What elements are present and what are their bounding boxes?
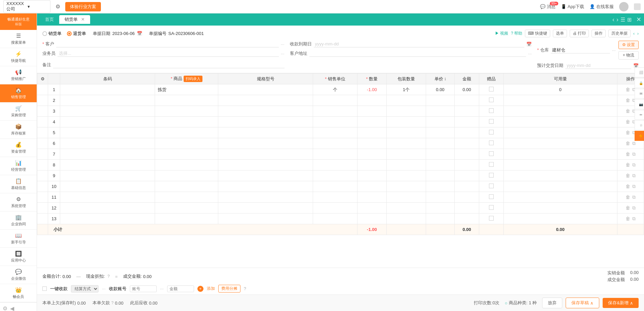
- barcode-input[interactable]: [63, 109, 152, 114]
- tab-prev-icon[interactable]: ‹: [612, 16, 614, 23]
- tab-list-icon[interactable]: ☰: [620, 16, 625, 23]
- barcode-input[interactable]: [63, 152, 152, 157]
- sidebar-item-marketing[interactable]: 📢 营销推广: [0, 66, 37, 84]
- settings-gear-button[interactable]: ⚙: [53, 2, 63, 11]
- sidebar-item-operations[interactable]: 📊 经营管理: [0, 157, 37, 175]
- copy-icon[interactable]: ⧉: [632, 141, 636, 146]
- gift-checkbox[interactable]: [489, 194, 494, 199]
- sidebar-item-app-center[interactable]: 🔲 应用中心: [0, 248, 37, 266]
- user-menu-icon[interactable]: [634, 3, 641, 10]
- spec-input[interactable]: [221, 217, 310, 221]
- barcode-input[interactable]: [63, 120, 152, 124]
- gift-checkbox[interactable]: [489, 87, 494, 91]
- row-barcode-cell[interactable]: [60, 181, 155, 192]
- sidebar-settings-icon[interactable]: ⚙: [3, 305, 7, 311]
- copy-icon[interactable]: ⧉: [632, 205, 636, 211]
- one-click-checkbox[interactable]: [42, 286, 47, 291]
- row-barcode-cell[interactable]: [60, 138, 155, 149]
- row-spec-cell[interactable]: [218, 160, 313, 170]
- gift-checkbox[interactable]: [489, 108, 494, 113]
- action-operation-button[interactable]: 操作: [592, 30, 606, 37]
- float-btn-4[interactable]: 📷: [635, 99, 644, 109]
- warehouse-more-icon[interactable]: ···: [612, 48, 616, 53]
- row-barcode-cell[interactable]: [60, 192, 155, 203]
- col-setting-icon[interactable]: ⚙: [41, 76, 45, 81]
- float-btn-5[interactable]: ✏: [635, 110, 644, 120]
- delete-icon[interactable]: 🗑: [626, 205, 630, 211]
- row-barcode-cell[interactable]: [60, 117, 155, 127]
- sidebar-item-wechat[interactable]: 💬 企业微信: [0, 266, 37, 284]
- delete-icon[interactable]: 🗑: [626, 216, 630, 222]
- copy-icon[interactable]: ⧉: [632, 151, 636, 157]
- spec-input[interactable]: [221, 120, 310, 124]
- save-draft-chevron-icon[interactable]: ∧: [590, 301, 594, 306]
- message-button[interactable]: 💬 消息 99+: [540, 4, 556, 10]
- action-help[interactable]: ? 帮助: [511, 31, 522, 36]
- row-gift-cell[interactable]: [479, 160, 503, 170]
- row-barcode-cell[interactable]: [60, 106, 155, 117]
- tab-close-icon[interactable]: ✕: [81, 17, 85, 22]
- radio-sales-bill[interactable]: 销货单: [42, 31, 62, 37]
- barcode-input[interactable]: [63, 206, 152, 210]
- row-gift-cell[interactable]: [479, 181, 503, 192]
- save-new-button[interactable]: 保存&新增 ∧: [603, 298, 639, 308]
- row-gift-cell[interactable]: [479, 117, 503, 127]
- discount-help-icon[interactable]: ?: [108, 274, 110, 279]
- float-btn-2[interactable]: 🔒: [635, 78, 644, 88]
- sidebar-item-newbie[interactable]: 📖 新手引导: [0, 230, 37, 248]
- date-calendar-icon[interactable]: 📅: [137, 31, 142, 36]
- app-download-button[interactable]: 📱 App下载: [561, 4, 584, 10]
- spec-input[interactable]: [221, 87, 310, 92]
- spec-input[interactable]: [221, 98, 310, 103]
- row-spec-cell[interactable]: [218, 149, 313, 160]
- sidebar-item-sales[interactable]: 🏠 销售管理: [0, 84, 37, 103]
- row-spec-cell[interactable]: [218, 192, 313, 203]
- float-btn-3[interactable]: ✉: [635, 89, 644, 99]
- barcode-input[interactable]: [63, 98, 152, 103]
- copy-icon[interactable]: ⧉: [632, 162, 636, 168]
- delete-icon[interactable]: 🗑: [626, 173, 630, 179]
- spec-input[interactable]: [221, 173, 310, 178]
- gift-checkbox[interactable]: [489, 151, 494, 156]
- sidebar-collapse-icon[interactable]: ◀: [10, 305, 14, 311]
- gift-checkbox[interactable]: [489, 173, 494, 178]
- delete-icon[interactable]: 🗑: [626, 184, 630, 189]
- customer-address-more-icon[interactable]: ···: [528, 51, 532, 56]
- spec-input[interactable]: [221, 141, 310, 146]
- abandon-button[interactable]: 放弃: [542, 298, 562, 308]
- settlement-more-icon[interactable]: ···: [102, 286, 106, 291]
- sidebar-item-enterprise[interactable]: 🏢 企业协同: [0, 211, 37, 230]
- sidebar-item-purchase[interactable]: 🛒 采购管理: [0, 103, 37, 121]
- row-gift-cell[interactable]: [479, 192, 503, 203]
- copy-icon[interactable]: ⧉: [632, 216, 636, 222]
- delete-icon[interactable]: 🗑: [626, 119, 630, 125]
- account-more-icon[interactable]: ···: [160, 286, 164, 291]
- row-gift-cell[interactable]: [479, 95, 503, 106]
- logistics-button[interactable]: + 物流: [618, 51, 639, 60]
- customer-address-input[interactable]: [309, 50, 526, 57]
- row-gift-cell[interactable]: [479, 170, 503, 181]
- tab-home[interactable]: 首页: [40, 15, 59, 24]
- barcode-input[interactable]: [63, 184, 152, 189]
- row-barcode-cell[interactable]: [60, 149, 155, 160]
- barcode-input[interactable]: [63, 217, 152, 221]
- row-gift-cell[interactable]: [479, 84, 503, 95]
- row-gift-cell[interactable]: [479, 213, 503, 224]
- due-date-input[interactable]: [314, 41, 525, 47]
- save-new-chevron-icon[interactable]: ∧: [630, 301, 633, 306]
- expected-date-input[interactable]: [565, 62, 631, 69]
- barcode-input[interactable]: [63, 163, 152, 167]
- tab-sales-order[interactable]: 销货单 ✕: [59, 15, 90, 24]
- float-btn-orange[interactable]: 🔶: [635, 131, 644, 141]
- expense-help-icon[interactable]: ?: [244, 286, 246, 291]
- online-service-button[interactable]: 👤 在线客服: [590, 4, 614, 10]
- barcode-input[interactable]: [63, 195, 152, 200]
- delete-icon[interactable]: 🗑: [626, 151, 630, 157]
- row-barcode-cell[interactable]: [60, 160, 155, 170]
- action-shortcut-button[interactable]: ⌨ 快捷键: [525, 30, 550, 37]
- gift-checkbox[interactable]: [489, 184, 494, 188]
- customer-more-icon[interactable]: ···: [281, 42, 285, 47]
- delete-icon[interactable]: 🗑: [626, 194, 630, 200]
- nav-prev-icon[interactable]: ‹: [633, 31, 635, 36]
- action-print-button[interactable]: 🖨 打印: [570, 30, 589, 37]
